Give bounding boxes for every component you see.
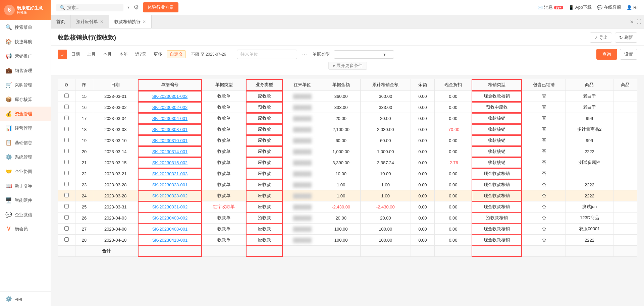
search-input[interactable]: [67, 5, 117, 10]
sidebar-item-system[interactable]: ⚙️ 系统管理: [0, 150, 51, 164]
sidebar-item-quick-nav[interactable]: 🏠 快捷导航: [0, 35, 51, 49]
row-settings[interactable]: [58, 190, 75, 201]
bill-no-link[interactable]: SK-20230308-001: [152, 127, 188, 132]
this-month-button[interactable]: 本月: [100, 50, 115, 58]
row-checkbox[interactable]: [64, 204, 69, 208]
bill-no-link[interactable]: SK-20230331-002: [152, 204, 188, 209]
sidebar-item-basic-info[interactable]: 📋 基础信息: [0, 135, 51, 150]
row-checkbox[interactable]: [64, 182, 69, 186]
refresh-button[interactable]: ↻ 刷新: [615, 33, 637, 43]
row-settings[interactable]: [58, 135, 75, 146]
row-settings[interactable]: [58, 102, 75, 113]
topbar-search-box[interactable]: 🔍: [56, 4, 123, 11]
row-verify-type: 预收款核销: [472, 212, 522, 224]
settings-button[interactable]: 设置: [620, 49, 637, 60]
row-checkbox[interactable]: [64, 94, 69, 98]
row-checkbox[interactable]: [64, 226, 69, 231]
col-settings[interactable]: ⚙: [58, 79, 75, 91]
row-checkbox[interactable]: [64, 160, 69, 164]
bill-type-select[interactable]: ▾: [334, 50, 394, 59]
tab-home[interactable]: 首页: [51, 15, 71, 28]
row-settings[interactable]: [58, 91, 75, 102]
row-checkbox[interactable]: [64, 105, 69, 109]
row-settings[interactable]: [58, 212, 75, 224]
tab-close-icon[interactable]: ✕: [100, 19, 103, 24]
table-container[interactable]: ⚙ 序 日期 单据编号 单据类型 业务类型 往来单位 单据金额 累计核销金额 余…: [51, 75, 644, 306]
dropdown-icon[interactable]: ▾: [127, 5, 129, 10]
bill-no-link[interactable]: SK-20230328-001: [152, 182, 188, 187]
messages-button[interactable]: ✉️ 消息 99+: [537, 4, 563, 10]
gear-icon[interactable]: ⚙: [133, 4, 139, 11]
sidebar-item-hardware[interactable]: 🖥️ 智能硬件: [0, 193, 51, 207]
sidebar-item-search-menu[interactable]: 🔍 搜索菜单: [0, 20, 51, 35]
row-checkbox[interactable]: [64, 116, 69, 120]
last-month-button[interactable]: 上月: [84, 50, 99, 58]
online-support-button[interactable]: 💬 在线客服: [597, 4, 621, 10]
bill-no-link[interactable]: SK-20230408-001: [152, 227, 188, 232]
this-year-button[interactable]: 本年: [116, 50, 131, 58]
tabs-controls: ✕ ⛶: [627, 15, 644, 28]
bill-no-link[interactable]: SK-20230328-002: [152, 193, 188, 198]
row-settings[interactable]: [58, 168, 75, 179]
query-button[interactable]: 查询: [596, 49, 617, 60]
bill-no-link[interactable]: SK-20230321-003: [152, 171, 188, 176]
row-settings[interactable]: [58, 179, 75, 190]
bill-no-link[interactable]: SK-20230418-001: [152, 238, 188, 243]
row-settings[interactable]: [58, 224, 75, 235]
user-profile[interactable]: 👤 Rit: [627, 5, 639, 10]
row-settings[interactable]: [58, 201, 75, 212]
industry-solution-button[interactable]: 体验行业方案: [143, 2, 178, 12]
row-checkbox[interactable]: [64, 127, 69, 131]
tab-receipt-exec[interactable]: 收款核销执行 ✕: [109, 15, 152, 28]
bill-no-link[interactable]: SK-20230314-001: [152, 149, 188, 154]
app-download-button[interactable]: 📱 App下载: [569, 4, 592, 10]
row-settings[interactable]: [58, 124, 75, 135]
export-button[interactable]: ↗ 导出: [590, 33, 612, 43]
bill-no-link[interactable]: SK-20230301-002: [152, 94, 188, 99]
bill-no-link[interactable]: SK-20230310-001: [152, 138, 188, 143]
more-filters-icon[interactable]: ···: [301, 51, 308, 58]
app-icon: 📱: [569, 5, 574, 10]
expand-more-button[interactable]: ▾ 展开更多条件: [328, 62, 367, 70]
last-7days-button[interactable]: 近7天: [132, 50, 149, 58]
row-settings[interactable]: [58, 157, 75, 168]
sidebar-item-wechat[interactable]: 💬 企业微信: [0, 207, 51, 222]
settings-icon[interactable]: ⚙️: [5, 296, 12, 302]
row-checkbox[interactable]: [64, 171, 69, 175]
expand-tabs-icon[interactable]: ⛶: [637, 19, 641, 24]
row-settings[interactable]: [58, 113, 75, 124]
row-checkbox[interactable]: [64, 193, 69, 197]
tab-prepay-list[interactable]: 预计应付单 ✕: [71, 15, 109, 28]
row-checkbox[interactable]: [64, 138, 69, 142]
filter-expand-button[interactable]: »: [58, 50, 67, 59]
sidebar-item-label: 企业微信: [15, 212, 32, 218]
bill-no-link[interactable]: SK-20230403-002: [152, 216, 188, 221]
bill-no-link[interactable]: SK-20230302-002: [152, 105, 188, 110]
bill-no-link[interactable]: SK-20230304-001: [152, 116, 188, 121]
sidebar-item-member[interactable]: V 畅会员: [0, 222, 51, 236]
close-all-icon[interactable]: ✕: [630, 19, 634, 24]
row-settings[interactable]: [58, 146, 75, 157]
row-num: 16: [75, 102, 93, 113]
sidebar-item-guide[interactable]: 📖 新手引导: [0, 179, 51, 193]
row-settings[interactable]: [58, 235, 75, 246]
partner-input[interactable]: 往来单位: [237, 50, 297, 59]
row-product: [566, 168, 613, 179]
tab-close-icon[interactable]: ✕: [143, 19, 146, 24]
row-checkbox[interactable]: [64, 237, 69, 242]
sidebar-item-sales[interactable]: 💼 销售管理: [0, 63, 51, 78]
sidebar-item-operations[interactable]: 📊 经营管理: [0, 121, 51, 135]
date-label: 日期: [71, 51, 80, 57]
online-support-label: 在线客服: [604, 4, 621, 10]
sidebar-item-purchase[interactable]: 🛒 采购管理: [0, 78, 51, 92]
sidebar-item-finance[interactable]: 💰 资金管理: [0, 107, 51, 121]
bill-no-link[interactable]: SK-20230315-002: [152, 160, 188, 165]
row-checkbox[interactable]: [64, 215, 69, 220]
collapse-icon[interactable]: ◀◀: [15, 296, 22, 302]
custom-date-button[interactable]: 自定义: [167, 50, 186, 58]
sidebar-item-inventory[interactable]: 📦 库存核算: [0, 92, 51, 107]
sidebar-item-marketing[interactable]: 📢 营销推广: [0, 49, 51, 63]
row-checkbox[interactable]: [64, 149, 69, 153]
sidebar-item-enterprise[interactable]: 🤝 企业协同: [0, 164, 51, 179]
more-date-button[interactable]: 更多: [151, 50, 165, 58]
